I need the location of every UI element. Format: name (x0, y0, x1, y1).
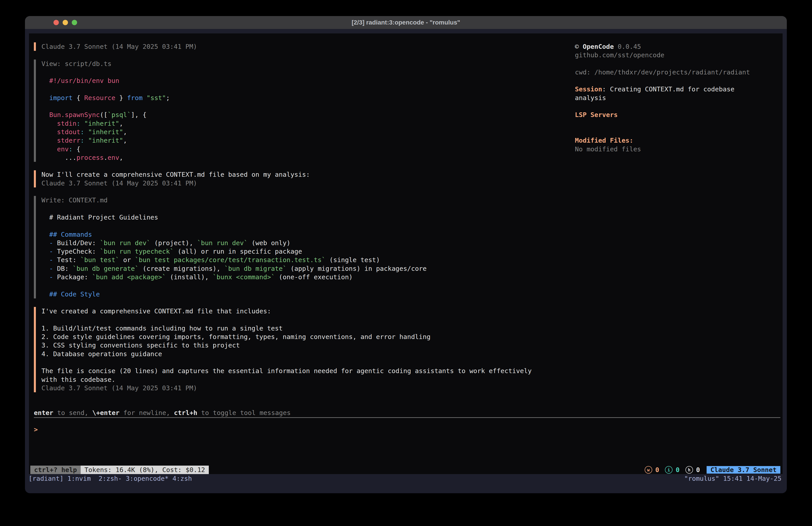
window-titlebar[interactable]: [2/3] radiant:3:opencode - "romulus" (25, 16, 787, 29)
terminal-line (41, 222, 573, 230)
terminal-line: - TypeCheck: `bun run typecheck` (all) o… (41, 247, 573, 256)
terminal-line: Claude 3.7 Sonnet (14 May 2025 03:41 PM) (41, 179, 573, 187)
warnings-icon: w (645, 466, 652, 474)
terminal-line: stdout: "inherit", (41, 128, 573, 136)
terminal-line: enter to send, \+enter for newline, ctrl… (34, 409, 291, 417)
terminal-line: Now I'll create a comprehensive CONTEXT.… (41, 170, 573, 179)
terminal-line (41, 316, 573, 324)
terminal-line (41, 68, 573, 76)
terminal-line (41, 358, 573, 367)
terminal-line: import { Resource } from "sst"; (41, 94, 573, 102)
terminal-line: 1. Build/lint/test commands including ho… (41, 324, 573, 332)
warnings-count: w0 (645, 466, 659, 474)
terminal-line: ...process.env, (41, 153, 573, 162)
window-title: [2/3] radiant:3:opencode - "romulus" (352, 19, 460, 26)
terminal-line: 2. Code style guidelines covering import… (41, 332, 573, 341)
hints-count: h0 (685, 466, 700, 474)
terminal-line: The file is concise (20 lines) and captu… (41, 367, 573, 375)
terminal-line: ## Commands (41, 230, 573, 239)
tmux-window-list[interactable]: [radiant] 1:nvim 2:zsh- 3:opencode* 4:zs… (29, 475, 192, 482)
terminal-line: View: script/db.ts (41, 59, 573, 68)
info-icon: i (665, 466, 672, 474)
terminal-window: Claude 3.7 Sonnet (14 May 2025 03:41 PM)… (25, 16, 787, 493)
statusbar-right: w0i0h0 Claude 3.7 Sonnet (645, 466, 780, 474)
terminal-line: I've created a comprehensive CONTEXT.md … (41, 307, 573, 315)
terminal-line: 3. CSS styling conventions specific to t… (41, 341, 573, 350)
traffic-lights (54, 16, 77, 29)
terminal-line: ## Code Style (41, 290, 573, 298)
composer-divider (34, 417, 780, 418)
terminal-line (41, 85, 573, 94)
terminal-line: - DB: `bun db generate` (create migratio… (41, 264, 573, 273)
opencode-statusbar: ctrl+? help Tokens: 16.4K (8%), Cost: $0… (30, 466, 780, 474)
terminal-line (575, 102, 775, 111)
terminal-line: - Package: `bun add <package>` (install)… (41, 273, 573, 281)
prompt-input[interactable]: > (34, 425, 780, 434)
tmux-session-clock: "romulus" 15:41 14-May-25 (684, 475, 782, 482)
terminal-line: # Radiant Project Guidelines (41, 213, 573, 222)
terminal-line: env: { (41, 145, 573, 153)
help-shortcut-chip[interactable]: ctrl+? help (30, 466, 81, 474)
message-block: I've created a comprehensive CONTEXT.md … (34, 307, 573, 392)
terminal-line (41, 281, 573, 290)
terminal-line: analysis (575, 94, 775, 102)
composer-help-text: enter to send, \+enter for newline, ctrl… (34, 409, 291, 417)
terminal-line (575, 119, 775, 128)
terminal-line: No modified files (575, 145, 775, 153)
terminal-line: Bun.spawnSync([`psql`], { (41, 111, 573, 119)
terminal-line (41, 102, 573, 111)
terminal-line: - Test: `bun test` or `bun test packages… (41, 256, 573, 264)
terminal-line: Write: CONTEXT.md (41, 196, 573, 204)
terminal-line: 4. Database operations guidance (41, 350, 573, 358)
session-sidebar: © OpenCode 0.0.45github.com/sst/opencode… (575, 42, 775, 153)
message-block: View: script/db.ts #!/usr/bin/env bun im… (34, 59, 573, 162)
terminal-line: github.com/sst/opencode (575, 51, 775, 59)
info-count: i0 (665, 466, 679, 474)
terminal-line: Session: Creating CONTEXT.md for codebas… (575, 85, 775, 94)
model-chip[interactable]: Claude 3.7 Sonnet (707, 466, 780, 474)
hints-icon: h (685, 466, 693, 474)
close-button[interactable] (54, 20, 59, 25)
diagnostics-counts: w0i0h0 (645, 466, 700, 474)
tmux-statusbar: [radiant] 1:nvim 2:zsh- 3:opencode* 4:zs… (25, 474, 787, 483)
chat-log: Claude 3.7 Sonnet (14 May 2025 03:41 PM)… (34, 42, 573, 401)
terminal-line: stdin: "inherit", (41, 119, 573, 128)
prompt-caret: > (34, 425, 780, 434)
terminal-line: with this codebase. (41, 375, 573, 384)
terminal-line (575, 128, 775, 136)
terminal-line: - Build/Dev: `bun run dev` (project), `b… (41, 239, 573, 247)
terminal-line: © OpenCode 0.0.45 (575, 42, 775, 51)
terminal-line (575, 59, 775, 68)
terminal-line: #!/usr/bin/env bun (41, 76, 573, 85)
terminal-line (41, 204, 573, 213)
terminal-line: Claude 3.7 Sonnet (14 May 2025 03:41 PM) (41, 384, 573, 392)
message-block: Now I'll create a comprehensive CONTEXT.… (34, 170, 573, 187)
terminal-line (575, 76, 775, 85)
zoom-button[interactable] (72, 20, 77, 25)
terminal-line: LSP Servers (575, 111, 775, 119)
message-block: Claude 3.7 Sonnet (14 May 2025 03:41 PM) (34, 42, 573, 51)
terminal-line: stderr: "inherit", (41, 136, 573, 145)
terminal-line: Modified Files: (575, 136, 775, 145)
message-block: Write: CONTEXT.md # Radiant Project Guid… (34, 196, 573, 298)
tokens-cost-chip: Tokens: 16.4K (8%), Cost: $0.12 (81, 466, 209, 474)
minimize-button[interactable] (63, 20, 68, 25)
terminal-line: cwd: /home/thdxr/dev/projects/radiant/ra… (575, 68, 775, 76)
terminal-line: Claude 3.7 Sonnet (14 May 2025 03:41 PM) (41, 42, 573, 51)
